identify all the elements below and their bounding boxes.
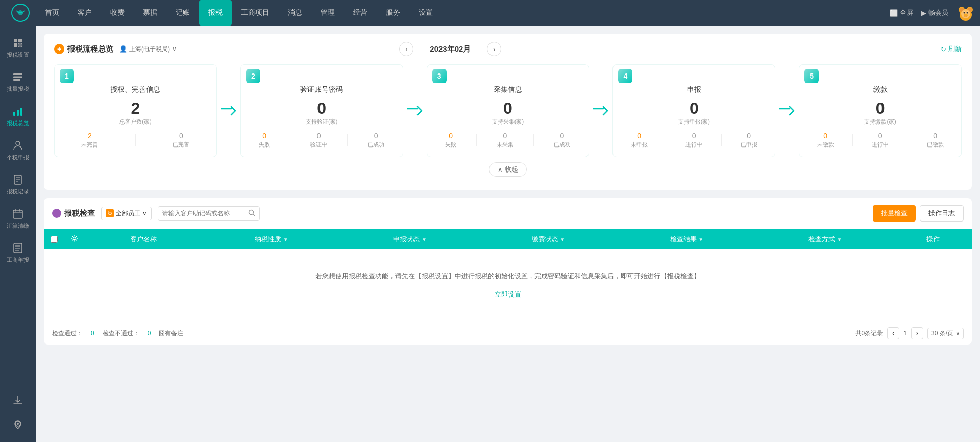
batch-tax-icon	[12, 71, 24, 83]
refresh-icon: ↻	[941, 45, 946, 53]
prev-month-button[interactable]: ‹	[399, 42, 413, 56]
filter-icon[interactable]: ▼	[837, 237, 842, 242]
nav-customer[interactable]: 客户	[68, 0, 101, 26]
location-icon	[12, 419, 24, 431]
filter-icon[interactable]: ▼	[698, 237, 703, 242]
nav-management[interactable]: 管理	[311, 0, 344, 26]
search-input[interactable]	[158, 207, 244, 219]
fullscreen-button[interactable]: ⬜ 全屏	[890, 8, 913, 17]
has-note-label: 囧有备注	[159, 329, 183, 338]
step-3-stat-fail[interactable]: 0 失败	[445, 132, 456, 149]
fullscreen-icon: ⬜	[890, 9, 898, 17]
empty-state-row: 若您想使用报税检查功能，请先在【报税设置】中进行报税的初始化设置，完成密码验证和…	[44, 249, 972, 322]
filter-icon[interactable]: ▼	[283, 237, 288, 242]
select-all-checkbox[interactable]	[51, 236, 58, 243]
setup-link[interactable]: 立即设置	[495, 290, 521, 298]
nav-settings[interactable]: 设置	[409, 0, 442, 26]
step-4-stat-reported[interactable]: 0 已申报	[741, 132, 757, 149]
table-body: 若您想使用报税检查功能，请先在【报税设置】中进行报税的初始化设置，完成密码验证和…	[44, 249, 972, 322]
step-5-stat-paid[interactable]: 0 已缴款	[927, 132, 944, 149]
gear-icon[interactable]	[70, 234, 79, 242]
filter-icon[interactable]: ▼	[560, 237, 565, 242]
nav-tax[interactable]: 报税	[199, 0, 232, 26]
step-1-stat-complete[interactable]: 0 已完善	[173, 132, 189, 149]
sidebar-item-annual-settlement[interactable]: 汇算清缴	[0, 202, 36, 236]
batch-check-button[interactable]: 批量检查	[873, 205, 916, 222]
step-2-card: 2 验证账号密码 0 支持验证(家) 0 失败 0 验	[240, 64, 403, 157]
nav-invoice[interactable]: 票据	[134, 0, 166, 26]
sidebar-item-tax-settings[interactable]: 报税设置	[0, 31, 36, 65]
svg-point-8	[967, 12, 968, 14]
step-4-stat-processing[interactable]: 0 进行中	[685, 132, 702, 149]
step-3-stat-uncollected[interactable]: 0 未采集	[497, 132, 513, 149]
table-header-row: 客户名称 纳税性质 ▼ 申报状态 ▼	[44, 229, 972, 249]
checkbox-header	[44, 229, 64, 249]
step-3-stat-success[interactable]: 0 已成功	[554, 132, 571, 149]
step-5-stat-processing[interactable]: 0 进行中	[872, 132, 889, 149]
svg-rect-19	[13, 77, 22, 78]
nav-operation[interactable]: 经营	[344, 0, 377, 26]
steps-wrapper: 1 授权、完善信息 2 总客户数(家) 2 未完善 0	[54, 64, 962, 157]
col-check-result: 检查结果 ▼	[618, 229, 756, 249]
location-badge[interactable]: 👤 上海(电子税局) ∨	[119, 45, 177, 54]
svg-rect-18	[13, 73, 22, 75]
fail-label: 检查不通过：	[103, 329, 139, 338]
operation-log-button[interactable]: 操作日志	[920, 205, 964, 222]
col-report-status: 申报状态 ▼	[340, 229, 479, 249]
filter-icon[interactable]: ▼	[422, 237, 427, 242]
nav-service[interactable]: 服务	[377, 0, 409, 26]
refresh-button[interactable]: ↻ 刷新	[941, 44, 962, 54]
member-button[interactable]: ▶ 畅会员	[921, 8, 948, 17]
search-button[interactable]	[244, 207, 259, 220]
sidebar-item-annual-report[interactable]: 工商年报	[0, 236, 36, 270]
next-page-button[interactable]: ›	[911, 327, 923, 339]
step-5-stat-unpaid[interactable]: 0 未缴款	[817, 132, 834, 149]
svg-point-9	[964, 14, 968, 17]
divider	[135, 134, 136, 146]
arrow-3-4	[589, 105, 612, 117]
sidebar: 报税设置 批量报税	[0, 26, 36, 442]
step-1-card: 1 授权、完善信息 2 总客户数(家) 2 未完善 0	[54, 64, 217, 157]
step-1-stat-incomplete[interactable]: 2 未完善	[81, 132, 98, 149]
divider	[667, 134, 667, 146]
sidebar-item-tax-records[interactable]: 报税记录	[0, 167, 36, 202]
logo[interactable]	[5, 4, 36, 22]
nav-message[interactable]: 消息	[279, 0, 311, 26]
tax-records-icon	[12, 174, 24, 186]
nav-fee[interactable]: 收费	[101, 0, 134, 26]
staff-filter-dropdown[interactable]: 员 全部员工 ∨	[101, 207, 152, 220]
step-2-stat-success[interactable]: 0 已成功	[368, 132, 384, 149]
logo-icon	[11, 4, 30, 22]
nav-home[interactable]: 首页	[36, 0, 68, 26]
sidebar-item-location[interactable]	[0, 412, 36, 437]
sidebar-item-batch-tax[interactable]: 批量报税	[0, 65, 36, 99]
sidebar-item-personal-tax[interactable]: 个税申报	[0, 133, 36, 167]
step-2-stat-verifying[interactable]: 0 验证中	[310, 132, 327, 149]
step-3-badge: 3	[432, 69, 447, 83]
arrow-4-5	[775, 105, 799, 117]
step-5-stats: 0 未缴款 0 进行中 0 已缴款	[807, 132, 953, 149]
step-1-stats: 2 未完善 0 已完善	[63, 132, 208, 149]
svg-point-11	[967, 11, 968, 12]
current-page: 1	[903, 330, 907, 337]
per-page-selector[interactable]: 30 条/页 ∨	[927, 328, 964, 339]
step-2-stat-fail[interactable]: 0 失败	[259, 132, 270, 149]
avatar[interactable]	[957, 4, 975, 22]
pass-count-link[interactable]: 0	[91, 330, 94, 337]
nav-business[interactable]: 工商项目	[232, 0, 279, 26]
first-page-button[interactable]: ‹	[887, 327, 899, 339]
tax-overview-icon	[12, 105, 24, 117]
play-icon: ▶	[921, 9, 926, 17]
next-month-button[interactable]: ›	[487, 42, 501, 56]
sidebar-item-download[interactable]	[0, 388, 36, 412]
step-4-stat-unreported[interactable]: 0 未申报	[631, 132, 648, 149]
svg-rect-22	[17, 110, 19, 116]
pass-label: 检查通过：	[52, 329, 83, 338]
nav-accounting[interactable]: 记账	[166, 0, 199, 26]
annual-settlement-icon	[12, 208, 24, 220]
fail-count-link[interactable]: 0	[148, 330, 151, 337]
sidebar-item-tax-overview[interactable]: 报税总览	[0, 99, 36, 133]
download-icon	[12, 394, 24, 406]
divider	[476, 134, 477, 146]
collapse-button[interactable]: ∧ 收起	[489, 162, 527, 177]
